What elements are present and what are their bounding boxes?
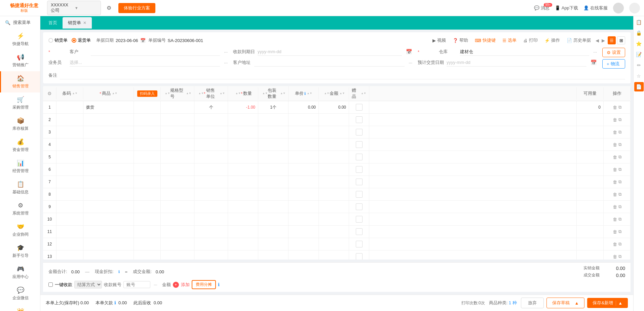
sidebar-item-search[interactable]: 🔍 搜索菜单	[0, 16, 40, 29]
video-btn[interactable]: ▶ 视频	[430, 37, 448, 44]
price-info-icon[interactable]: ℹ	[304, 91, 306, 96]
product-kind-link[interactable]: 1 种	[509, 300, 517, 305]
save-new-arrow[interactable]: ▲	[616, 301, 622, 306]
customer-address-input[interactable]	[254, 59, 405, 67]
delete-icon-1[interactable]: 🗑	[613, 117, 617, 122]
right-tool-6[interactable]: ☆	[634, 71, 644, 81]
delete-icon-9[interactable]: 🗑	[613, 217, 617, 222]
right-tool-orange[interactable]: 📄	[634, 82, 644, 91]
copy-icon-12[interactable]: ⧉	[618, 254, 621, 259]
warehouse-input[interactable]	[460, 48, 589, 56]
gift-checkbox-0[interactable]	[356, 104, 363, 111]
cell-gift-3[interactable]	[349, 139, 369, 151]
cell-gift-4[interactable]	[349, 151, 369, 163]
nav-prev-btn[interactable]: ◀	[596, 38, 599, 43]
delete-icon-10[interactable]: 🗑	[613, 229, 617, 234]
select-order-btn[interactable]: ☰ 选单	[500, 37, 519, 44]
calendar-icon[interactable]: 📅	[140, 38, 146, 43]
sidebar-item-marketing[interactable]: 📢 营销推广	[0, 50, 40, 71]
copy-icon-6[interactable]: ⧉	[618, 179, 621, 185]
cell-gift-8[interactable]	[349, 201, 369, 213]
gift-checkbox-6[interactable]	[356, 179, 363, 185]
shortcut-btn[interactable]: ⌨ 快捷键	[473, 37, 498, 44]
gift-checkbox-12[interactable]	[356, 253, 363, 260]
add-amount-btn[interactable]: +	[173, 282, 179, 288]
gift-checkbox-3[interactable]	[356, 141, 363, 148]
gift-checkbox-10[interactable]	[356, 228, 363, 235]
logistics-button[interactable]: + 物流	[602, 59, 625, 69]
cell-gift-0[interactable]	[349, 101, 369, 113]
copy-icon-10[interactable]: ⧉	[618, 229, 621, 234]
tab-home[interactable]: 首页	[43, 17, 63, 29]
pkg-sort-icon[interactable]: ▲▼	[262, 92, 268, 95]
one-click-payment-checkbox[interactable]	[48, 282, 53, 287]
abandon-button[interactable]: 放弃	[521, 298, 544, 308]
gift-checkbox-9[interactable]	[356, 216, 363, 223]
copy-icon-5[interactable]: ⧉	[618, 167, 621, 172]
sidebar-item-guide[interactable]: 🎓 新手引导	[0, 241, 40, 262]
radio-sales-order[interactable]: 销货单	[48, 37, 68, 43]
gift-checkbox-4[interactable]	[356, 154, 363, 160]
delete-icon-6[interactable]: 🗑	[613, 180, 617, 185]
tab-close-icon[interactable]: ✕	[83, 21, 86, 25]
sidebar-item-wechat[interactable]: 💬 企业微信	[0, 283, 40, 304]
sidebar-item-business[interactable]: 📊 经营管理	[0, 156, 40, 177]
action-btn[interactable]: ⚡ 操作	[542, 37, 562, 44]
company-selector[interactable]: XXXXXX公司 ▾	[47, 1, 101, 15]
sidebar-item-member[interactable]: 👑 畅会员	[0, 304, 40, 311]
delete-icon-5[interactable]: 🗑	[613, 167, 617, 172]
delete-icon-0[interactable]: 🗑	[613, 105, 617, 110]
sidebar-item-system[interactable]: ⚙ 系统管理	[0, 198, 40, 220]
sidebar-item-sales[interactable]: 🏠 销售管理	[0, 71, 40, 92]
bill-no-value[interactable]: SA-20230606-001	[168, 38, 203, 43]
table-settings-icon[interactable]: ⚙	[47, 91, 52, 96]
product-sort-icon[interactable]: ▲▼	[112, 92, 117, 95]
expected-delivery-input[interactable]	[447, 59, 586, 67]
expense-info-icon[interactable]: ℹ	[218, 282, 220, 287]
copy-icon-3[interactable]: ⧉	[618, 142, 621, 147]
sidebar-item-quick-nav[interactable]: ⚡ 快捷导航	[0, 29, 40, 50]
payment-method-select[interactable]: 结算方式	[74, 281, 102, 288]
sidebar-item-inventory[interactable]: 📦 库存核算	[0, 114, 40, 135]
cell-gift-7[interactable]	[349, 188, 369, 200]
col-settings[interactable]: ⚙	[43, 87, 56, 100]
cell-gift-11[interactable]	[349, 238, 369, 250]
copy-icon-4[interactable]: ⧉	[618, 154, 621, 160]
unit-sort-icon2[interactable]: ▲▼	[220, 92, 225, 95]
price-sort-icon[interactable]: ▲▼	[307, 92, 312, 95]
address-more-icon[interactable]: ···	[409, 60, 412, 65]
spec-sort-icon2[interactable]: ▲▼	[186, 92, 191, 95]
delete-icon-2[interactable]: 🗑	[613, 130, 617, 135]
nav-next-btn[interactable]: ▶	[602, 38, 605, 43]
radio-return-order[interactable]: 退货单	[72, 37, 91, 43]
sidebar-item-purchase[interactable]: 🛒 采购管理	[0, 92, 40, 114]
right-tool-3[interactable]: ⭐	[634, 39, 644, 48]
grid-list-btn[interactable]: ☰	[608, 36, 616, 44]
customer-input[interactable]	[91, 48, 220, 56]
print-btn[interactable]: 🖨 打印	[521, 37, 540, 44]
save-draft-arrow[interactable]: ▲	[572, 301, 579, 306]
total-owed-icon[interactable]: ℹ	[114, 300, 116, 305]
scan-button[interactable]: 扫码录入	[137, 90, 157, 97]
cell-gift-5[interactable]	[349, 163, 369, 176]
amount-sort-icon2[interactable]: ▲▼	[340, 92, 345, 95]
tab-sales-order[interactable]: 销货单 ✕	[63, 17, 92, 29]
copy-icon-0[interactable]: ⧉	[618, 105, 621, 110]
save-new-button[interactable]: 保存&新增 ▲	[587, 298, 628, 308]
gift-checkbox-5[interactable]	[356, 166, 363, 173]
salesperson-more-icon[interactable]: ···	[224, 60, 228, 65]
avatar[interactable]	[613, 3, 624, 13]
delete-icon-8[interactable]: 🗑	[613, 204, 617, 209]
app-download-btn[interactable]: 📱 App下载	[555, 5, 578, 11]
expense-split-btn[interactable]: 费用分摊	[192, 280, 216, 289]
copy-icon-8[interactable]: ⧉	[618, 204, 621, 209]
col-scan[interactable]: 扫码录入	[134, 87, 161, 100]
history-btn[interactable]: 📄 历史单据	[565, 37, 593, 44]
salesperson-input[interactable]	[70, 59, 220, 67]
spec-sort-icon[interactable]: ▲▼	[165, 92, 170, 95]
discount-info-icon[interactable]: ℹ	[118, 270, 120, 274]
delete-icon-7[interactable]: 🗑	[613, 192, 617, 197]
message-btn[interactable]: 💬 消息 99+	[534, 5, 550, 11]
copy-icon-2[interactable]: ⧉	[618, 129, 621, 135]
notes-input[interactable]	[60, 71, 625, 79]
